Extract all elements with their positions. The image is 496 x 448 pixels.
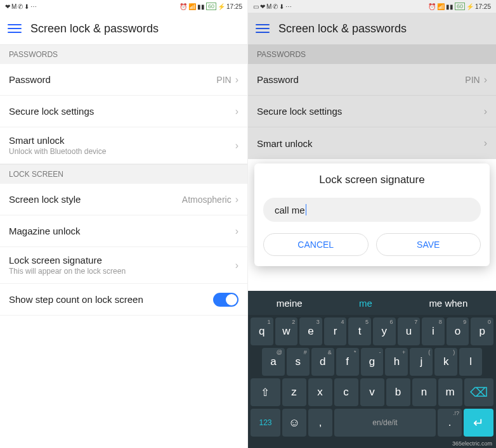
cancel-button[interactable]: CANCEL [263,233,369,256]
signature-dialog: Lock screen signature call me CANCEL SAV… [254,163,490,266]
key-c[interactable]: c [334,378,358,406]
soft-keyboard: meine me me when q1w2e3r4t5y6u7i8o9p0 a@… [248,291,496,448]
key-a[interactable]: a@ [262,348,285,376]
more-icon: ⋯ [30,3,37,10]
section-passwords: PASSWORDS [248,44,496,64]
key-u[interactable]: u7 [398,317,421,345]
whatsapp-icon: ✆ [18,3,23,10]
row-stepcount-title: Show step count on lock screen [9,294,143,305]
more-icon: ⋯ [285,3,292,10]
row-magazine-title: Magazine unlock [9,226,81,236]
chevron-right-icon: › [484,138,487,149]
key-v[interactable]: v [360,378,384,406]
chevron-right-icon: › [235,226,238,237]
key-k[interactable]: k) [434,348,457,376]
key-d[interactable]: d& [311,348,334,376]
suggestion-0[interactable]: meine [268,298,311,309]
key-p[interactable]: p0 [471,317,493,345]
chevron-right-icon: › [484,106,487,117]
menu-icon[interactable] [256,24,270,33]
key-b[interactable]: b [386,378,410,406]
key-x[interactable]: x [308,378,332,406]
key-n[interactable]: n [412,378,436,406]
chevron-right-icon: › [235,74,238,86]
row-password-title: Password [9,74,51,85]
key-q[interactable]: q1 [251,317,273,345]
key-g[interactable]: g- [361,348,384,376]
key-period[interactable]: ..!? [438,409,462,437]
row-secure[interactable]: Secure lock settings › [248,96,496,127]
suggestion-2[interactable]: me when [420,298,476,309]
chevron-right-icon: › [235,106,238,117]
kb-row-3: ⇧zxcvbnm⌫ [251,378,493,406]
key-m[interactable]: m [438,378,462,406]
watermark: 365electric.com [452,440,492,447]
key-numbers[interactable]: 123 [251,409,280,437]
key-i[interactable]: i8 [422,317,445,345]
row-signature-sub: This will appear on the lock screen [9,267,126,276]
status-icons-right: ⏰ 📶 ▮▮ 60 ⚡ 17:25 [428,3,491,10]
row-password-value: PIN [465,75,480,85]
signature-input-value: call me [275,205,305,215]
key-z[interactable]: z [282,378,306,406]
chevron-right-icon: › [235,194,238,205]
key-shift[interactable]: ⇧ [251,378,280,406]
key-enter[interactable]: ↵ [464,409,493,437]
status-icons-left: ▭ ❤ M ✆ ⬇ ⋯ [253,3,292,10]
section-lockscreen: LOCK SCREEN [0,164,247,184]
key-backspace[interactable]: ⌫ [464,378,494,406]
dialog-title: Lock screen signature [263,174,481,186]
charging-icon: ⚡ [466,3,474,10]
wifi-icon: 📶 [437,3,445,10]
row-style-title: Screen lock style [9,194,81,205]
row-signature[interactable]: Lock screen signature This will appear o… [0,247,247,284]
row-secure-title: Secure lock settings [257,106,342,117]
key-l[interactable]: l [459,348,482,376]
row-magazine[interactable]: Magazine unlock › [0,215,247,247]
row-style-value: Atmospheric [182,195,232,205]
battery-icon: 60 [455,3,465,10]
heart-icon: ❤ [5,3,10,10]
key-w[interactable]: w2 [275,317,298,345]
status-icons-right: ⏰ 📶 ▮▮ 60 ⚡ 17:25 [179,3,242,10]
row-stepcount[interactable]: Show step count on lock screen [0,284,247,316]
key-r[interactable]: r4 [324,317,347,345]
kb-row-2: a@s#d&f*g-h+j(k)l [251,348,493,376]
row-smart-title: Smart unlock [257,138,313,149]
row-secure[interactable]: Secure lock settings › [0,96,247,127]
alarm-icon: ⏰ [428,3,436,10]
row-password[interactable]: Password PIN› [0,64,247,96]
row-secure-title: Secure lock settings [9,106,94,117]
signature-input[interactable]: call me [263,198,481,222]
key-t[interactable]: t5 [348,317,371,345]
key-space[interactable]: en/de/it [334,409,436,437]
kb-row-1: q1w2e3r4t5y6u7i8o9p0 [251,317,493,345]
suggestion-1[interactable]: me [350,298,381,309]
row-smart-title: Smart unlock [9,135,106,146]
row-password-title: Password [257,74,299,85]
key-h[interactable]: h+ [385,348,408,376]
key-e[interactable]: e3 [299,317,322,345]
row-smart[interactable]: Smart unlock › [248,127,496,159]
row-smart[interactable]: Smart unlock Unlock with Bluetooth devic… [0,127,247,164]
key-o[interactable]: o9 [447,317,469,345]
alarm-icon: ⏰ [179,3,187,10]
phone-right: ▭ ❤ M ✆ ⬇ ⋯ ⏰ 📶 ▮▮ 60 ⚡ 17:25 Screen loc… [248,0,496,448]
row-style[interactable]: Screen lock style Atmospheric› [0,184,247,215]
stepcount-toggle[interactable] [213,293,238,307]
key-f[interactable]: f* [336,348,359,376]
save-button[interactable]: SAVE [376,233,481,256]
page-title: Screen lock & passwords [30,22,159,35]
menu-icon[interactable] [8,24,22,33]
key-j[interactable]: j( [410,348,433,376]
statusbar: ▭ ❤ M ✆ ⬇ ⋯ ⏰ 📶 ▮▮ 60 ⚡ 17:25 [248,0,496,13]
key-emoji[interactable]: ☺ [282,409,306,437]
row-password[interactable]: Password PIN› [248,64,496,96]
mail-icon: M [11,3,16,10]
suggestion-bar: meine me me when [248,291,496,315]
key-y[interactable]: y6 [373,317,396,345]
key-comma[interactable]: , [308,409,332,437]
key-s[interactable]: s# [287,348,310,376]
signal-icon: ▮▮ [197,3,205,10]
whatsapp-icon: ✆ [273,3,278,10]
